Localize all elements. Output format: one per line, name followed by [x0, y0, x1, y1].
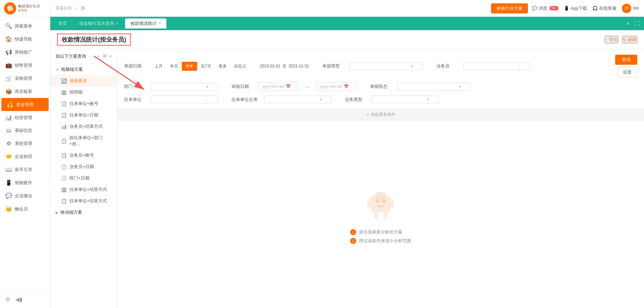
wechat-icon: 💬 [5, 193, 12, 199]
collapse-sidebar-icon[interactable]: ◀▮ [15, 296, 22, 303]
collapse-scheme-icon[interactable]: « [109, 53, 112, 59]
sidebar-item-marketing[interactable]: 📢 营销推广 [0, 46, 50, 59]
tab-receipt-stats[interactable]: 收款情况统计 × [125, 18, 166, 29]
setting-button[interactable]: 设置 [617, 67, 637, 78]
date-range: 2023-01-01 至 2023-12-31 [260, 63, 309, 69]
svg-point-2 [375, 199, 379, 203]
sidebar-item-purchase[interactable]: 🛒 采购管理 [0, 72, 50, 85]
online-service-area[interactable]: 🎧 在线客服 [592, 5, 616, 11]
svg-rect-4 [377, 205, 385, 207]
salesperson-arrow-icon: … [517, 64, 521, 68]
sidebar-item-system[interactable]: ⚙ 系统管理 [0, 137, 50, 150]
pc-section-arrow-icon: ▼ [56, 68, 59, 71]
sidebar-item-member[interactable]: 👑 畅会员 [0, 202, 50, 215]
sidebar-item-enterprise[interactable]: 🤝 企业协同 [0, 150, 50, 163]
scheme-item-unit-settle1[interactable]: 🏢 往来单位+结算方式 [50, 184, 117, 195]
export-button[interactable]: ↑ 导出 [605, 36, 619, 43]
salesperson-settle-icon: 📊 [61, 124, 67, 129]
hint-item-2: 2 用过滤条件来缩小分析范围 [350, 238, 411, 244]
by-salesperson-icon: 🔄 [61, 78, 67, 84]
hint-item-1: 1 请先选择要分析的方案 [350, 229, 411, 235]
sidebar-item-basic-info[interactable]: 🗂 基础信息 [0, 124, 50, 137]
member-icon: 👑 [5, 206, 12, 212]
message-area[interactable]: 💬 消息 99+ [532, 5, 558, 11]
dept-date-icon: 🕐 [61, 175, 67, 181]
shortcut-this-year[interactable]: 本年 [182, 62, 197, 71]
audit-date-from-calendar-icon: 📅 [286, 84, 291, 89]
scheme-item-unit-settle2[interactable]: 📋 往来单位+结算方式 [50, 195, 117, 207]
empty-hints: 1 请先选择要分析的方案 2 用过滤条件来缩小分析范围 [350, 229, 411, 247]
doc-type-select[interactable]: ▾ [349, 62, 423, 70]
collapse-bar[interactable]: ∧ 收起更多条件 [117, 109, 644, 120]
audit-date-from[interactable]: yyyy-mm-dd 📅 [258, 82, 299, 91]
svg-rect-6 [390, 199, 394, 208]
sidebar-item-guide[interactable]: 📖 新手引导 [0, 163, 50, 176]
content-with-sidebar: 按以下方案查询 ＋ ⚙ « ▼ 电脑端方案 [50, 49, 644, 308]
page-title: 收款情况统计(按业务员) [57, 34, 131, 46]
shortcut-last-month[interactable]: 上月 [151, 62, 166, 71]
operations-icon: 📊 [5, 114, 12, 121]
refresh-button[interactable]: ↻ 刷新 [622, 36, 637, 43]
sidebar-item-finance[interactable]: 💰 资金管理 [1, 98, 49, 111]
maximize-icon[interactable]: ⛶ [633, 19, 641, 28]
query-button[interactable]: 查询 [615, 55, 637, 65]
tab-bar-right: × ⛶ [625, 19, 641, 28]
tab-bar: 首页 现金银行流水查询 × 收款情况统计 × × ⛶ [50, 17, 644, 30]
shortcut-more[interactable]: 更多 [215, 62, 230, 71]
partner-cat-select[interactable]: ▾ [264, 96, 331, 103]
scheme-section-pc: ▼ 电脑端方案 🔄 按业务员 🏢 按明细 📋 [50, 64, 117, 207]
page-content: 收款情况统计(按业务员) ↑ 导出 ↻ 刷新 按以下方 [50, 30, 644, 308]
scheme-item-salesperson-settle[interactable]: 📊 业务员+结算方式 [50, 121, 117, 132]
sidebar-item-sales[interactable]: 💼 销售管理 [0, 59, 50, 72]
add-scheme-icon[interactable]: ＋ [96, 53, 101, 59]
partner-arrow-icon: … [205, 98, 208, 101]
sidebar-item-quick-nav[interactable]: 🏠 快捷导航 [0, 33, 50, 46]
close-window-icon[interactable]: × [625, 19, 631, 28]
svg-rect-8 [383, 212, 387, 219]
dept-select[interactable]: ▾ [151, 83, 218, 91]
shortcut-last-7[interactable]: 近7天 [197, 62, 215, 71]
trial-button[interactable]: 体验行业方案 [491, 3, 528, 13]
audit-date-to[interactable]: yyyy-mm-dd 📅 [316, 82, 357, 91]
user-area[interactable]: R Rit [622, 4, 639, 13]
settings-icon[interactable]: ⚙ [5, 296, 10, 303]
sidebar-item-smart-hw[interactable]: 📱 智能硬件 [0, 176, 50, 189]
refresh-icon: ↻ [623, 37, 627, 42]
tab-bank-flow[interactable]: 现金银行流水查询 × [74, 18, 124, 29]
settings-scheme-icon[interactable]: ⚙ [103, 53, 107, 59]
inventory-icon: 📦 [5, 88, 12, 95]
unit-settle2-icon: 📋 [61, 198, 67, 204]
scheme-item-unit-date[interactable]: 📋 往来单位+日期 [50, 109, 117, 121]
scheme-item-salesperson-date[interactable]: 🕐 业务员+日期 [50, 161, 117, 172]
gear-settings-icon[interactable]: ⚙ [80, 5, 85, 11]
sidebar-item-wechat[interactable]: 💬 企业微信 [0, 189, 50, 202]
tab-bank-flow-close-icon[interactable]: × [116, 21, 118, 26]
salesperson-select[interactable]: … [463, 62, 530, 70]
partner-select[interactable]: … [151, 96, 218, 103]
doc-status-select[interactable]: ▾ [397, 83, 471, 91]
scheme-section-header-pc[interactable]: ▼ 电脑端方案 [50, 64, 117, 75]
biz-type-select[interactable]: ▾ [372, 96, 439, 103]
scheme-item-by-detail[interactable]: 🏢 按明细 [50, 87, 117, 98]
scheme-section-header-mobile[interactable]: ▶ 移动端方案 [50, 207, 117, 218]
scheme-item-salesperson-account[interactable]: 📋 业务员+账号 [50, 150, 117, 161]
empty-robot-image [361, 182, 401, 222]
enterprise-icon: 🤝 [5, 153, 12, 160]
app-download-area[interactable]: 📱 App下载 [564, 5, 587, 11]
scheme-item-unit-account[interactable]: 📋 往来单位+账号 [50, 98, 117, 109]
svg-rect-5 [367, 199, 371, 208]
sidebar-item-search[interactable]: 🔍 搜索菜单 [0, 19, 50, 33]
shortcut-this-month[interactable]: 本月 [166, 62, 182, 71]
scheme-item-dept-date[interactable]: 🕐 部门+日期 [50, 172, 117, 184]
tab-receipt-stats-close-icon[interactable]: × [159, 21, 161, 26]
scheme-item-unit-dept-recv[interactable]: 📋 按往来单位+部门+收... [50, 132, 117, 150]
shortcut-custom[interactable]: 自定义 [230, 62, 250, 71]
scheme-item-by-salesperson[interactable]: 🔄 按业务员 [50, 75, 117, 87]
doc-type-label: 单据类型 [322, 63, 342, 69]
tab-home[interactable]: 首页 [53, 18, 72, 29]
by-detail-icon: 🏢 [61, 90, 67, 95]
sidebar-item-inventory[interactable]: 📦 库存核算 [0, 85, 50, 98]
page-title-actions: ↑ 导出 ↻ 刷新 [605, 36, 638, 43]
filter-area: 单据日期 上月 本月 本年 近7天 更多 自定义 2023-01-01 [117, 49, 644, 308]
sidebar-item-operations[interactable]: 📊 经营管理 [0, 111, 50, 124]
